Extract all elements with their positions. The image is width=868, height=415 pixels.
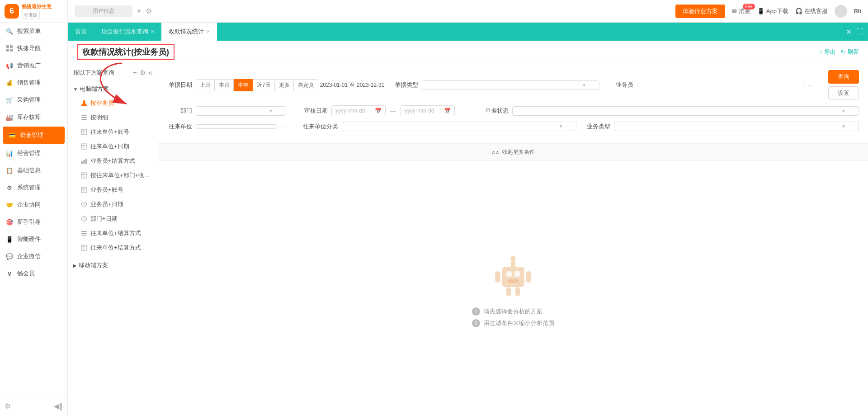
sidebar-item-finance[interactable]: 💳 资金管理 [3,127,65,144]
sidebar-nav: 🔍 搜索菜单 快捷导航 📢 营销推广 💰 销售管理 🛒 采购管理 🏭 库存核算 … [0,23,67,397]
sidebar-item-hardware[interactable]: 📱 智能硬件 [0,231,67,248]
trial-btn[interactable]: 体验行业方案 [675,5,725,18]
scheme-collapse-btn[interactable]: « [148,69,152,77]
scheme-item-7[interactable]: 业务员+日期 [68,197,158,212]
page-header: 收款情况统计(按业务员) ↑ 导出 ↻ 刷新 [68,41,868,63]
guide-icon: 🎯 [5,218,14,226]
scheme-add-btn[interactable]: + [133,69,137,77]
sidebar-item-corp[interactable]: 🤝 企业协同 [0,196,67,213]
sidebar-item-wechat[interactable]: 💬 企业微信 [0,248,67,265]
scheme-item-3[interactable]: 往来单位+日期 [68,139,158,154]
date-btn-last-month[interactable]: 上月 [196,79,215,91]
svg-rect-6 [81,117,87,118]
bottom-settings-icon[interactable]: ⚙ [5,402,11,410]
date-btn-group: 上月 本月 本年 近7天 更多 自定义 [196,79,318,91]
tab-close-all-icon[interactable]: ✕ [846,28,852,36]
tab-fullscreen-icon[interactable]: ⛶ [856,28,863,36]
scheme-item-5[interactable]: 按往来单位+部门+收... [68,168,158,183]
biz-type-control: ▼ [614,122,859,131]
sidebar-item-system[interactable]: ⚙ 系统管理 [0,179,67,196]
sidebar-bottom: ⚙ ◀‖ [0,397,67,415]
scheme-sidebar: 按以下方案查询 + ⚙ « ▼ 电脑端方案 按业务员 [68,63,158,415]
collapse-bar[interactable]: ∧∧ 收起更多条件 [158,144,868,161]
corp-icon: 🤝 [5,201,14,209]
bottom-collapse-icon[interactable]: ◀‖ [54,402,63,410]
date-btn-7days[interactable]: 近7天 [253,79,275,91]
sidebar-item-purchase[interactable]: 🛒 采购管理 [0,91,67,108]
topbar-settings-icon[interactable]: ⚙ [146,7,152,15]
settings-btn[interactable]: 设置 [828,86,859,100]
scheme-header-actions: + ⚙ « [133,69,152,77]
review-date-start[interactable]: yyyy-mm-dd 📅 [331,105,386,116]
sidebar-item-search[interactable]: 🔍 搜索菜单 [0,23,67,40]
wechat-icon: 💬 [5,252,14,260]
export-icon: ↑ [820,48,823,55]
sidebar-item-basic[interactable]: 📋 基础信息 [0,162,67,179]
scheme-group-mobile-title[interactable]: ▶ 移动端方案 [68,259,158,272]
doc-status-select[interactable]: ▼ [512,106,859,116]
date-label: 单据日期 [167,81,192,89]
scheme-item-2[interactable]: 往来单位+账号 [68,125,158,139]
doc-type-select[interactable]: ▼ [422,80,599,90]
logo-icon: 6 [5,4,19,19]
sidebar-item-warehouse[interactable]: 🏭 库存核算 [0,108,67,126]
scheme-item-6[interactable]: 业务员+账号 [68,183,158,197]
tab-home[interactable]: 首页 [68,23,94,41]
tab-bank[interactable]: 现金银行流水查询 × [94,23,161,41]
tab-receipt-close[interactable]: × [207,28,210,35]
sidebar-item-business[interactable]: 📊 经营管理 [0,145,67,162]
svg-rect-16 [85,159,87,164]
detail-icon-9 [80,230,88,237]
doc-type-control: ▼ [422,80,599,90]
sidebar-item-member[interactable]: V 畅会员 [0,265,67,282]
partner-cat-select[interactable]: ▼ [342,122,576,131]
scheme-settings-btn[interactable]: ⚙ [140,69,146,77]
date-btn-more[interactable]: 更多 [275,79,294,91]
review-date-end[interactable]: yyyy-mm-dd 📅 [401,105,455,116]
arrow-down-icon: ▼ [73,87,78,92]
scheme-item-9[interactable]: 往来单位+结算方式 [68,226,158,241]
sidebar-item-sales[interactable]: 💰 销售管理 [0,74,67,91]
scheme-item-10[interactable]: 往来单位+结算方式 [68,241,158,255]
partner-select[interactable] [196,124,277,129]
sidebar-item-marketing[interactable]: 📢 营销推广 [0,57,67,74]
online-service-link[interactable]: 🎧 在线客服 [795,7,828,15]
biz-type-select[interactable]: ▼ [614,122,859,131]
main-area: 用户信息 ▼ ⚙ 体验行业方案 ✉ 消息 99+ 📱 App下载 🎧 在线客服 … [68,0,868,415]
svg-rect-42 [526,271,531,283]
app-download-link[interactable]: 📱 App下载 [757,7,788,15]
finance-icon: 💳 [8,131,16,139]
scheme-group-desktop-title[interactable]: ▼ 电脑端方案 [68,82,158,96]
scheme-item-0[interactable]: 按业务员 [68,96,158,110]
topbar: 用户信息 ▼ ⚙ 体验行业方案 ✉ 消息 99+ 📱 App下载 🎧 在线客服 … [68,0,868,23]
sidebar-logo: 6 畅捷通好生意 标准版 [0,0,67,23]
dept-select[interactable]: ▼ [196,106,286,116]
review-date-label: 审核日期 [303,107,328,115]
date-btn-this-year[interactable]: 本年 [234,79,253,91]
scheme-item-8[interactable]: 部门+日期 [68,212,158,226]
salesperson-dots[interactable]: ··· [806,82,815,89]
sidebar-item-quicknav[interactable]: 快捷导航 [0,40,67,57]
warehouse-icon: 🏭 [5,113,14,121]
sidebar-item-guide[interactable]: 🎯 新手引导 [0,213,67,231]
query-btn[interactable]: 查询 [828,70,859,84]
date-btn-this-month[interactable]: 本月 [215,79,234,91]
tab-bank-close[interactable]: × [151,28,154,35]
salesperson-select[interactable] [637,83,804,87]
refresh-btn[interactable]: ↻ 刷新 [840,48,859,56]
scheme-item-4[interactable]: 业务员+结算方式 [68,154,158,168]
action-btns: 查询 设置 [828,70,859,100]
salesperson-control: ··· [637,82,815,89]
tab-receipt[interactable]: 收款情况统计 × [161,23,217,41]
user-avatar[interactable] [835,5,847,18]
partner-dots[interactable]: ··· [279,123,288,130]
partner-cat-label: 往来单位分类 [303,123,338,131]
table-icon-3 [80,143,88,150]
date-btn-custom[interactable]: 自定义 [294,79,318,91]
svg-rect-20 [81,187,87,193]
message-btn[interactable]: ✉ 消息 99+ [732,7,750,15]
topbar-actions: 体验行业方案 ✉ 消息 99+ 📱 App下载 🎧 在线客服 Rit [675,5,861,18]
topbar-dropdown-icon[interactable]: ▼ [136,8,142,14]
scheme-item-1[interactable]: 按明细 [68,110,158,125]
export-btn[interactable]: ↑ 导出 [820,48,836,56]
